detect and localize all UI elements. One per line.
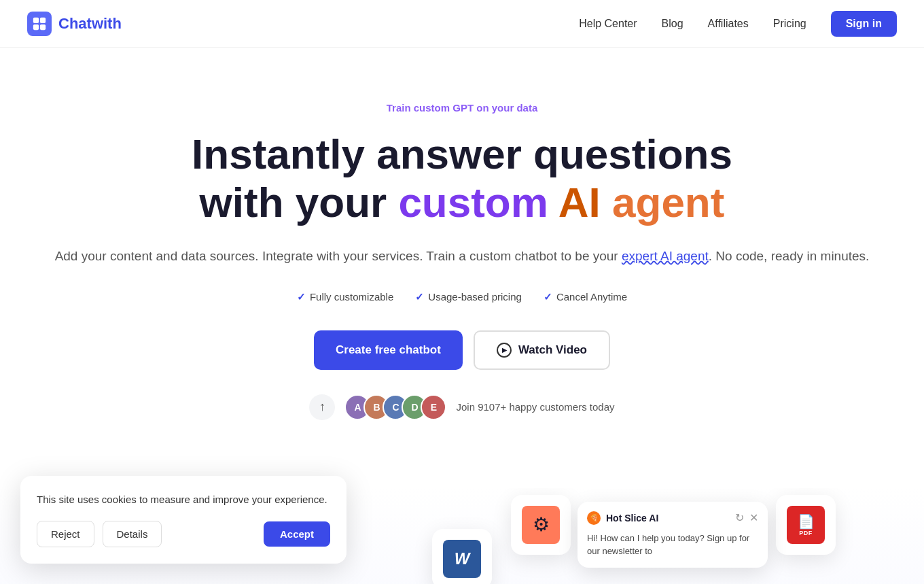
- cookie-reject-button[interactable]: Reject: [37, 521, 94, 547]
- check-pricing: ✓ Usage-based pricing: [415, 291, 522, 303]
- avatar-5: E: [421, 394, 446, 420]
- pdf-icon: 📄 PDF: [787, 506, 825, 544]
- cookie-message: This site uses cookies to measure and im…: [37, 492, 330, 508]
- cookie-details-button[interactable]: Details: [103, 521, 162, 547]
- nav-links: Help Center Blog Affiliates Pricing Sign…: [579, 11, 897, 37]
- nav-affiliates[interactable]: Affiliates: [708, 18, 749, 30]
- hero-subtitle-link[interactable]: expert AI agent: [622, 249, 709, 263]
- cookie-accept-button[interactable]: Accept: [264, 521, 330, 547]
- hero-title: Instantly answer questions with your cus…: [27, 130, 897, 227]
- brand-name: Chatwith: [58, 15, 122, 33]
- upload-icon: ↑: [309, 394, 335, 420]
- svg-rect-3: [40, 24, 46, 29]
- word-integration: W: [432, 529, 492, 584]
- hubspot-icon: ⚙: [522, 506, 560, 544]
- word-icon: W: [443, 540, 481, 578]
- svg-rect-1: [40, 17, 46, 22]
- hero-title-custom: custom: [398, 179, 548, 226]
- chat-body: Hi! How can I help you today? Sign up fo…: [587, 532, 758, 558]
- check-customizable: ✓ Fully customizable: [297, 291, 393, 303]
- navigation: Chatwith Help Center Blog Affiliates Pri…: [0, 0, 924, 48]
- svg-rect-2: [33, 24, 39, 29]
- cookie-buttons: Reject Details Accept: [37, 521, 330, 547]
- cookie-banner: This site uses cookies to measure and im…: [20, 476, 346, 564]
- chat-widget-preview: 🍕 Hot Slice AI ↻ ✕ Hi! How can I help yo…: [578, 502, 768, 568]
- hero-title-line1: Instantly answer questions: [192, 131, 732, 177]
- hero-title-agent: agent: [601, 179, 725, 226]
- hero-tagline: Train custom GPT on your data: [27, 102, 897, 114]
- nav-blog[interactable]: Blog: [662, 18, 683, 30]
- create-chatbot-button[interactable]: Create free chatbot: [314, 330, 463, 370]
- pdf-integration: 📄 PDF: [776, 495, 836, 555]
- social-proof-text: Join 9107+ happy customers today: [456, 401, 614, 413]
- hero-section: Train custom GPT on your data Instantly …: [0, 48, 924, 488]
- close-icon[interactable]: ✕: [749, 511, 758, 524]
- customer-avatars: A B C D E: [344, 394, 446, 420]
- refresh-icon[interactable]: ↻: [735, 511, 744, 524]
- logo[interactable]: Chatwith: [27, 12, 122, 36]
- play-icon: [497, 343, 512, 358]
- nav-help-center[interactable]: Help Center: [579, 18, 637, 30]
- check-cancel: ✓ Cancel Anytime: [544, 291, 627, 303]
- chat-widget-header: 🍕 Hot Slice AI ↻ ✕: [587, 511, 758, 525]
- hero-subtitle-post: . No code, ready in minutes.: [709, 249, 870, 263]
- chat-brand-name: Hot Slice AI: [606, 513, 658, 523]
- hero-subtitle-pre: Add your content and data sources. Integ…: [55, 249, 622, 263]
- chat-controls: ↻ ✕: [735, 511, 758, 524]
- hero-title-ai: AI: [548, 179, 601, 226]
- svg-rect-0: [33, 17, 39, 22]
- nav-pricing[interactable]: Pricing: [773, 18, 806, 30]
- hero-title-line2-pre: with your: [200, 179, 399, 226]
- hero-subtitle: Add your content and data sources. Integ…: [27, 246, 897, 267]
- chat-brand-icon: 🍕: [587, 511, 601, 525]
- signin-button[interactable]: Sign in: [831, 11, 897, 37]
- hero-checks: ✓ Fully customizable ✓ Usage-based prici…: [27, 291, 897, 303]
- hero-buttons: Create free chatbot Watch Video: [27, 330, 897, 370]
- logo-icon: [27, 12, 52, 36]
- hubspot-integration: ⚙: [511, 495, 571, 555]
- watch-video-label: Watch Video: [518, 343, 587, 357]
- chat-brand: 🍕 Hot Slice AI: [587, 511, 658, 525]
- social-proof: ↑ A B C D E Join 9107+ happy customers t…: [27, 394, 897, 420]
- watch-video-button[interactable]: Watch Video: [474, 330, 610, 370]
